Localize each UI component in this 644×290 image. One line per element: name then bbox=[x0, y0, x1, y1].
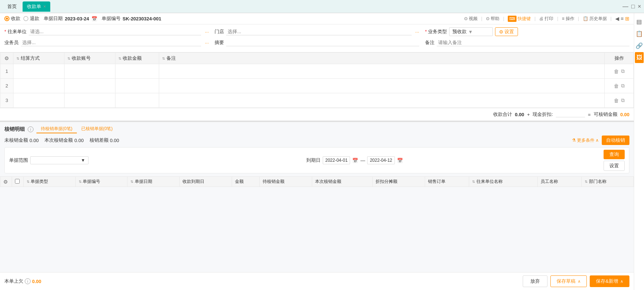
list-view-icon[interactable]: ≡ bbox=[621, 16, 624, 21]
select-all-checkbox[interactable] bbox=[15, 179, 20, 184]
query-btn[interactable]: 查询 bbox=[604, 150, 625, 159]
draft-btn[interactable]: 保存草稿 ∧ bbox=[550, 275, 587, 287]
date-from-input[interactable]: 2022-04-01 bbox=[323, 156, 350, 164]
tab-collection[interactable]: 收款单 × bbox=[23, 1, 50, 12]
verification-section: 核销明细 i 待核销单据(0笔) 已核销单据(0笔) 未核销金额 0.00 bbox=[0, 121, 634, 272]
tab-pending[interactable]: 待核销单据(0笔) bbox=[36, 125, 77, 133]
summary-row: 收款合计 0.00 + 现金折扣: = 可核销金额 0.00 bbox=[0, 108, 634, 121]
tab-close-icon[interactable]: × bbox=[43, 4, 46, 9]
date-label: 单据日期 bbox=[44, 15, 63, 22]
calendar-from-icon[interactable]: 📅 bbox=[352, 158, 358, 163]
col-doc-num: ⇅ 单据编号 bbox=[75, 177, 127, 187]
footer: 本单上欠 i 0.00 放弃 保存草稿 ∧ 保存&新增 ∧ bbox=[0, 272, 634, 290]
video-btn[interactable]: ⊙ 视频 bbox=[464, 16, 478, 22]
row-1-account[interactable] bbox=[64, 64, 115, 79]
row-2-copy-btn[interactable]: ⧉ bbox=[621, 83, 625, 89]
save-new-btn[interactable]: 保存&新增 ∧ bbox=[590, 275, 629, 287]
filter-icon: ⚗ bbox=[572, 138, 576, 143]
row-1-copy-btn[interactable]: ⧉ bbox=[621, 68, 625, 74]
tab-home-label: 首页 bbox=[7, 3, 17, 10]
settings-button[interactable]: ⚙ 设置 bbox=[495, 27, 518, 36]
row-1-method[interactable] bbox=[13, 64, 64, 79]
row-3-delete-btn[interactable]: 🗑 bbox=[614, 98, 619, 103]
prev-view-icon[interactable]: ◀ bbox=[615, 16, 619, 21]
gear-icon: ⚙ bbox=[499, 29, 503, 35]
staff-more-icon[interactable]: ··· bbox=[205, 40, 209, 46]
row-2-method[interactable] bbox=[13, 79, 64, 93]
row-1-note[interactable] bbox=[159, 64, 605, 79]
verif-settings-btn[interactable]: 设置 bbox=[604, 161, 625, 171]
footer-info-icon[interactable]: i bbox=[25, 278, 31, 284]
notes-input[interactable] bbox=[437, 39, 629, 46]
win-min-btn[interactable]: — bbox=[623, 3, 628, 10]
history-btn[interactable]: 📋 历史单据 bbox=[583, 16, 607, 22]
row-2-note[interactable] bbox=[159, 79, 605, 93]
row-2-delete-btn[interactable]: 🗑 bbox=[614, 83, 619, 89]
calendar-to-icon[interactable]: 📅 bbox=[397, 158, 403, 163]
col-doc-date: ⇅ 单据日期 bbox=[127, 177, 180, 187]
staff-input[interactable] bbox=[21, 39, 201, 46]
row-3-amount[interactable] bbox=[115, 93, 159, 108]
tab-home[interactable]: 首页 bbox=[3, 1, 21, 12]
help-btn[interactable]: ⊙ 帮助 bbox=[486, 16, 499, 22]
row-2-account[interactable] bbox=[64, 79, 115, 93]
table-wrapper: ⚙ ⇅ 结算方式 ⇅ 收款账号 bbox=[0, 52, 634, 108]
sidebar-link-icon[interactable]: 🔗 bbox=[634, 40, 644, 51]
range-select[interactable]: ▼ bbox=[30, 156, 89, 164]
row-3-method[interactable] bbox=[13, 93, 64, 108]
summary-field: 摘要 bbox=[215, 39, 419, 46]
radio-refund[interactable]: 退款 bbox=[23, 15, 39, 22]
calendar-icon[interactable]: 📅 bbox=[91, 16, 97, 21]
col-current-cancel: 本次核销金额 bbox=[312, 177, 373, 187]
more-conditions-btn[interactable]: ⚗ 更多条件 ∧ bbox=[572, 137, 599, 144]
number-label: 单据编号 bbox=[102, 15, 121, 22]
print-btn[interactable]: 🖨 打印 bbox=[539, 16, 553, 22]
row-3-copy-btn[interactable]: ⧉ bbox=[621, 97, 625, 103]
row-3-account[interactable] bbox=[64, 93, 115, 108]
sidebar-table-icon[interactable]: ▤ bbox=[635, 16, 643, 27]
auto-cancel-btn[interactable]: 自动核销 bbox=[602, 136, 629, 145]
shortcut-label: 快捷键 bbox=[518, 16, 531, 22]
row-3-action: 🗑 ⧉ bbox=[605, 93, 634, 108]
date-to-input[interactable]: 2022-04-12 bbox=[367, 156, 394, 164]
print-icon: 🖨 bbox=[539, 16, 543, 21]
table-row: 1 🗑 ⧉ bbox=[0, 64, 634, 79]
sidebar-image-icon[interactable]: 🖼 bbox=[635, 52, 644, 63]
row-2-action: 🗑 ⧉ bbox=[605, 79, 634, 93]
col-account: ⇅ 收款账号 bbox=[64, 53, 115, 64]
win-max-btn[interactable]: □ bbox=[631, 3, 635, 10]
current-cancel-label: 本次核销金额 bbox=[44, 137, 73, 144]
bottom-table-settings-icon[interactable]: ⚙ bbox=[3, 179, 8, 185]
shop-input[interactable] bbox=[226, 28, 411, 35]
shortcut-btn[interactable]: ⌨ 快捷键 bbox=[508, 16, 531, 22]
row-1-delete-btn[interactable]: 🗑 bbox=[614, 68, 619, 74]
grid-view-icon[interactable]: ⊞ bbox=[625, 16, 629, 21]
shop-field: 门店 ··· bbox=[215, 28, 419, 35]
local-diff-value: 0.00 bbox=[32, 279, 41, 284]
counterpart-input[interactable] bbox=[29, 28, 201, 35]
row-1-action: 🗑 ⧉ bbox=[605, 64, 634, 79]
table-settings-icon[interactable]: ⚙ bbox=[4, 55, 9, 61]
radio-collection-dot bbox=[4, 16, 9, 21]
verif-stats: 未核销金额 0.00 本次核销金额 0.00 核销差额 0.00 bbox=[4, 137, 119, 144]
col-action: 操作 bbox=[605, 53, 634, 64]
verif-info-icon[interactable]: i bbox=[28, 126, 34, 132]
window-controls: — □ × bbox=[623, 3, 641, 10]
row-3-note[interactable] bbox=[159, 93, 605, 108]
operation-btn[interactable]: ≡ 操作 bbox=[562, 16, 574, 22]
summary-input[interactable] bbox=[226, 39, 419, 46]
counterpart-more-icon[interactable]: ··· bbox=[205, 29, 209, 35]
business-type-select[interactable]: 预收款 ▼ bbox=[449, 27, 493, 36]
row-2-amount[interactable] bbox=[115, 79, 159, 93]
row-1-amount[interactable] bbox=[115, 64, 159, 79]
discount-input[interactable] bbox=[556, 111, 585, 117]
tab-done[interactable]: 已核销单据(0笔) bbox=[77, 125, 117, 133]
sidebar-doc-icon[interactable]: 📋 bbox=[634, 28, 644, 39]
abandon-btn[interactable]: 放弃 bbox=[523, 275, 547, 287]
diff-value: 0.00 bbox=[110, 138, 119, 143]
shop-more-icon[interactable]: ··· bbox=[415, 29, 419, 35]
radio-collection[interactable]: 收款 bbox=[4, 15, 20, 22]
counterpart-label: 往来单位 bbox=[4, 28, 27, 35]
win-close-btn[interactable]: × bbox=[638, 3, 641, 10]
more-conditions-label: 更多条件 bbox=[577, 137, 594, 144]
